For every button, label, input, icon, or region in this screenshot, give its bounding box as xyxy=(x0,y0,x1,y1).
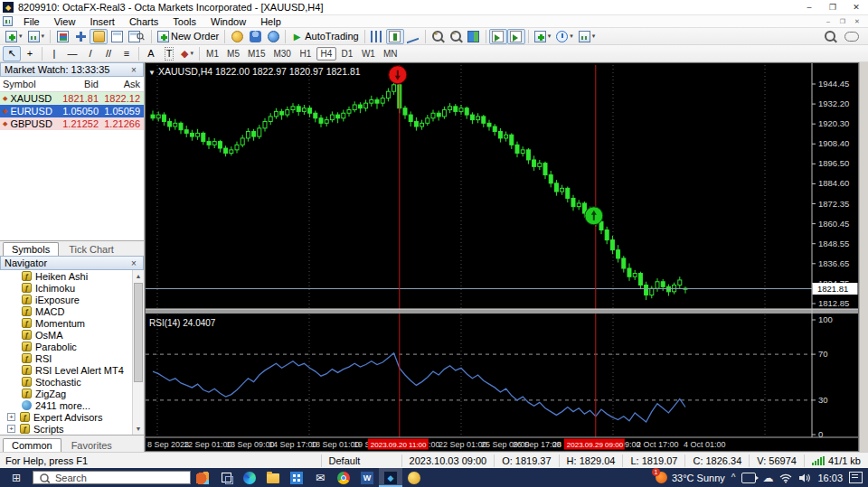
onedrive-icon[interactable]: ☁ xyxy=(762,472,773,484)
timeframe-m30[interactable]: M30 xyxy=(269,47,294,61)
line-chart-button[interactable] xyxy=(404,29,422,44)
market-watch-close-icon[interactable]: × xyxy=(128,65,139,75)
scroll-down-icon[interactable]: ▼ xyxy=(133,423,144,435)
navigator-item-rsi-level-alert-mt4[interactable]: ƒRSI Level Alert MT4 xyxy=(0,364,132,376)
edge-button[interactable] xyxy=(238,468,261,487)
market-watch-row-eurusd[interactable]: ◆EURUSD1.050501.05059 xyxy=(0,105,144,117)
file-explorer-button[interactable] xyxy=(261,468,285,487)
navigator-item-iexposure[interactable]: ƒiExposure xyxy=(0,294,132,305)
chart-background[interactable] xyxy=(146,63,858,451)
menu-file[interactable]: File xyxy=(16,15,47,28)
start-button[interactable]: ⊞ xyxy=(0,468,33,487)
metatrader-button[interactable]: ◆ xyxy=(379,468,402,487)
strategy-tester-button[interactable] xyxy=(126,29,148,44)
new-chart-button[interactable]: ▾ xyxy=(3,29,25,44)
navigator-item-scripts[interactable]: +ƒScripts xyxy=(0,423,132,435)
scroll-thumb[interactable] xyxy=(134,283,143,382)
pane-divider[interactable] xyxy=(146,309,858,314)
market-watch-button[interactable] xyxy=(53,29,71,44)
navigator-item-macd[interactable]: ƒMACD xyxy=(0,305,132,317)
chrome-button[interactable] xyxy=(332,468,355,487)
action-center-icon[interactable] xyxy=(849,472,863,483)
navigator-item-momentum[interactable]: ƒMomentum xyxy=(0,317,132,329)
new-order-button[interactable]: New Order xyxy=(155,29,222,44)
taskbar-search-input[interactable]: Search xyxy=(33,471,191,484)
timeframe-w1[interactable]: W1 xyxy=(358,47,379,61)
meet-now-icon[interactable] xyxy=(741,473,756,483)
navigator-item-stochastic[interactable]: ƒStochastic xyxy=(0,376,132,388)
auto-scroll-button[interactable] xyxy=(489,29,507,44)
word-button[interactable]: W xyxy=(355,468,379,487)
menu-insert[interactable]: Insert xyxy=(82,15,122,28)
price-chart[interactable]: 1944.451932.201920.301908.401896.501884.… xyxy=(146,63,858,451)
hidden-icons-chevron[interactable]: ^ xyxy=(731,473,736,482)
navigator-item-zigzag[interactable]: ƒZigZag xyxy=(0,388,132,399)
weather-widget[interactable]: 1 33°C Sunny xyxy=(656,472,725,483)
timeframe-h4[interactable]: H4 xyxy=(316,47,336,61)
market-watch-header[interactable]: Market Watch: 13:33:35 × xyxy=(0,62,144,77)
tab-symbols[interactable]: Symbols xyxy=(3,242,59,256)
profiles-button[interactable]: ▾ xyxy=(25,29,48,44)
taskbar-clock[interactable]: 16:03 xyxy=(817,473,843,483)
chart-window[interactable]: 1944.451932.201920.301908.401896.501884.… xyxy=(145,62,859,452)
expand-icon[interactable]: + xyxy=(7,425,15,433)
mdi-minimize-button[interactable]: – xyxy=(821,16,835,27)
zoom-out-button[interactable]: − xyxy=(447,29,465,44)
text-label-button[interactable]: T xyxy=(160,46,178,61)
periods-button[interactable]: ▾ xyxy=(553,29,576,44)
mdi-close-button[interactable]: ✕ xyxy=(850,16,864,27)
templates-button[interactable]: ▾ xyxy=(576,29,599,44)
menu-view[interactable]: View xyxy=(47,15,83,28)
mail-button[interactable]: ✉ xyxy=(308,468,332,487)
horizontal-line-button[interactable]: — xyxy=(63,46,81,61)
indicators-button[interactable]: ▾ xyxy=(532,29,554,44)
tab-tick-chart[interactable]: Tick Chart xyxy=(60,242,123,256)
zoom-in-button[interactable]: + xyxy=(429,29,447,44)
navigator-item-parabolic[interactable]: ƒParabolic xyxy=(0,341,132,352)
fibonacci-button[interactable]: ≡ xyxy=(118,46,136,61)
navigator-button[interactable] xyxy=(90,29,108,44)
search-icon[interactable] xyxy=(825,31,835,42)
expand-icon[interactable]: + xyxy=(7,413,15,421)
web-terminal-button[interactable] xyxy=(264,29,282,44)
menu-tools[interactable]: Tools xyxy=(165,15,203,28)
cursor-button[interactable]: ↖ xyxy=(3,46,21,61)
crosshair-button[interactable]: + xyxy=(21,46,39,61)
shapes-button[interactable]: ◆▾ xyxy=(178,46,196,61)
chart-shift-button[interactable] xyxy=(507,29,525,44)
candlestick-button[interactable] xyxy=(386,29,404,44)
navigator-item-2411-more[interactable]: 2411 more... xyxy=(0,399,132,411)
tab-favorites[interactable]: Favorites xyxy=(62,438,121,452)
chat-icon[interactable] xyxy=(844,32,859,42)
wifi-icon[interactable] xyxy=(779,473,792,483)
restore-button[interactable]: ❐ xyxy=(821,1,844,14)
terminal-button[interactable] xyxy=(108,29,126,44)
coin-app-button[interactable] xyxy=(402,468,426,487)
timeframe-m15[interactable]: M15 xyxy=(244,47,269,61)
sell-marker-icon[interactable] xyxy=(389,66,407,84)
navigator-item-osma[interactable]: ƒOsMA xyxy=(0,329,132,341)
navigator-close-icon[interactable]: × xyxy=(128,258,139,268)
navigator-item-heiken-ashi[interactable]: ƒHeiken Ashi xyxy=(0,270,132,282)
buy-marker-icon[interactable] xyxy=(585,207,603,225)
vertical-line-button[interactable]: | xyxy=(45,46,63,61)
menu-help[interactable]: Help xyxy=(253,15,288,28)
navigator-item-expert-advisors[interactable]: +ƒExpert Advisors xyxy=(0,411,132,423)
menu-window[interactable]: Window xyxy=(203,15,253,28)
deposit-button[interactable] xyxy=(228,29,246,44)
status-profile[interactable]: Default xyxy=(321,454,401,467)
task-view-button[interactable] xyxy=(214,468,238,487)
timeframe-h1[interactable]: H1 xyxy=(296,47,316,61)
volume-icon[interactable] xyxy=(798,473,811,483)
navigator-scrollbar[interactable]: ▲ ▼ xyxy=(132,270,144,435)
channel-button[interactable]: // xyxy=(99,46,118,61)
autotrading-button[interactable]: ▶AutoTrading xyxy=(288,29,362,44)
market-watch-row-gbpusd[interactable]: ◆GBPUSD1.212521.21266 xyxy=(0,117,144,130)
market-watch-row-xauusd[interactable]: ◆XAUUSD1821.811822.12 xyxy=(0,92,144,105)
scroll-up-icon[interactable]: ▲ xyxy=(133,270,144,282)
store-button[interactable] xyxy=(285,468,308,487)
timeframe-m1[interactable]: M1 xyxy=(203,47,222,61)
bar-chart-button[interactable] xyxy=(368,29,386,44)
menu-charts[interactable]: Charts xyxy=(122,15,165,28)
text-button[interactable]: A xyxy=(142,46,160,61)
